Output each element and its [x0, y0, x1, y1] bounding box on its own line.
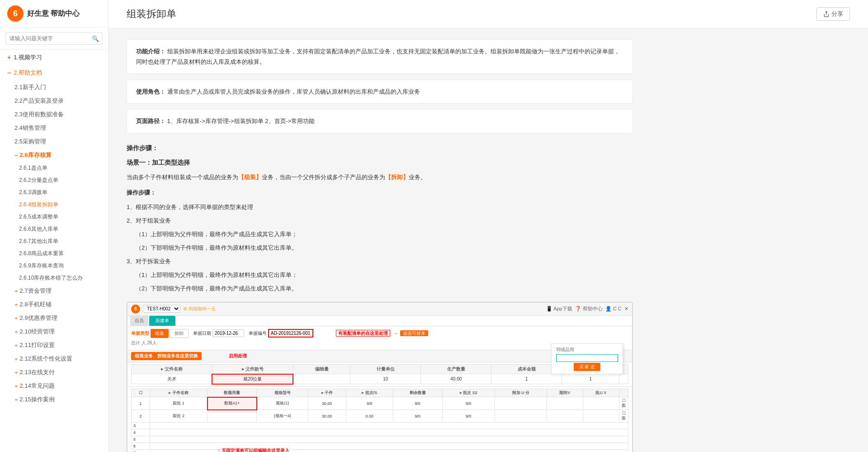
sim-uth-5: 生产数量	[421, 364, 491, 374]
logo-area: 6 好生意 帮助中心	[0, 0, 108, 28]
sim-btn-disassembly[interactable]: 拆卸	[170, 329, 189, 338]
search-box: 🔍	[0, 28, 108, 50]
sim-app-download: 📱 App下载	[546, 305, 572, 312]
sim-annotation1-text: 有装配清单的在这里处理	[336, 330, 390, 337]
sim-right-panel-input[interactable]	[556, 354, 618, 362]
sidebar-item-other-out[interactable]: 2.6.7其他出库单	[0, 235, 108, 247]
sim-ltr-1-2: 数额A1+	[208, 397, 257, 410]
sim-ltr-2-4: 30.00	[308, 410, 346, 423]
step2-2: （2）下部明细为子件明细，最终作为原材料生成其它出库单。	[127, 242, 633, 254]
sidebar-item-newbie[interactable]: 2.1新手入门	[0, 81, 108, 94]
sim-lth-7: ▸ 批次 S2	[442, 389, 495, 397]
sidebar-item-data-prep[interactable]: 2.3使用前数据准备	[0, 108, 108, 121]
path-text: 1、库存核算->库存管理->组装拆卸单 2、首页->常用功能	[167, 118, 315, 124]
sim-lth-8: 附加 U 分	[495, 389, 547, 397]
plus-icon-coupon: +	[14, 315, 18, 322]
sim-date-field: 单据日期	[193, 329, 244, 337]
nav-sub-docs: 2.1新手入门 2.2产品安装及登录 2.3使用前数据准备 2.4销售管理 2.…	[0, 81, 108, 406]
sim-close-btn[interactable]: ✕	[624, 306, 628, 312]
sidebar-item-cases[interactable]: + 2.15操作案例	[0, 393, 108, 406]
sim-tab-home[interactable]: 自员	[130, 316, 148, 326]
sidebar-item-cost-adjust[interactable]: 2.6.5成本调整单	[0, 211, 108, 223]
assembly-label: 【组装】	[238, 174, 262, 181]
sim-topbar-left: 6 TEST-H002 ⚙ 同期期间一元	[131, 305, 216, 314]
scene1-title: 场景一：加工类型选择	[127, 156, 633, 169]
sim-ltr-2-9	[547, 410, 583, 423]
feature-intro-block: 功能介绍： 组装拆卸单用来处理企业组装或拆卸等加工业务，支持有固定装配清单的产品…	[127, 39, 633, 74]
logo-icon: 6	[7, 5, 24, 22]
sim-app: 6 TEST-H002 ⚙ 同期期间一元 📱 App下载 ❓ 帮助中心 👤 C …	[127, 302, 632, 452]
sidebar-item-print[interactable]: + 2.11打印设置	[0, 338, 108, 352]
sidebar-item-video[interactable]: + 1.视频学习	[0, 50, 108, 65]
share-icon	[823, 11, 830, 17]
step1: 1、根据不同的业务，选择不同单据的类型来处理	[127, 201, 633, 213]
sidebar-item-payment[interactable]: + 2.13在线支付	[0, 366, 108, 379]
sim-uth-2: ▸ 父件款号	[212, 364, 293, 374]
sim-ltr-1-9	[547, 397, 583, 410]
sim-ltr-1-8	[495, 397, 547, 410]
search-icon[interactable]: 🔍	[92, 35, 99, 42]
sidebar-item-other-in[interactable]: 2.6.6其他入库单	[0, 223, 108, 235]
sim-ltr-1-4: 30.00	[308, 397, 346, 410]
sim-ltr-1-act: ☐ 面	[619, 397, 628, 410]
sidebar-item-coupon[interactable]: + 2.9优惠券管理	[0, 311, 108, 325]
sim-ltr-2-10	[583, 410, 619, 423]
sim-number-field: 单据编号	[249, 329, 313, 338]
sim-company-select[interactable]: TEST-H002	[143, 305, 180, 313]
sim-utr-1-5: 40.00	[421, 374, 491, 384]
sim-date-input[interactable]	[212, 329, 244, 337]
role-label: 使用角色：	[136, 88, 165, 95]
sim-confirm-btn[interactable]: 买 家 定	[574, 363, 601, 371]
sidebar-item-cost-recalc[interactable]: 2.6.8商品成本重算	[0, 247, 108, 260]
sim-utr-1-1: 关术	[132, 374, 212, 384]
sim-annotation1-arrow: →	[393, 331, 398, 336]
sim-lth-9: 期间V	[547, 389, 583, 397]
sidebar-item-install[interactable]: 2.2产品安装及登录	[0, 94, 108, 108]
sim-ltr-4-check: 4	[132, 429, 150, 436]
sidebar-item-stock-count[interactable]: 2.6.1盘点单	[0, 162, 108, 174]
sidebar-item-docs[interactable]: − 2.帮助文档	[0, 65, 108, 81]
path-block: 页面路径： 1、库存核算->库存管理->组装拆卸单 2、首页->常用功能	[127, 109, 633, 133]
step3-2: （2）下部明细为子件明细，最终作为产成品生成其它入库单。	[127, 283, 633, 295]
sim-tab-new[interactable]: 新建单	[149, 316, 175, 326]
sidebar-item-system[interactable]: + 2.12系统个性化设置	[0, 352, 108, 366]
sim-section-label: 组装业务、拆卸业务在这里切换	[131, 352, 202, 360]
sidebar-item-adjust[interactable]: 2.6.3调拨单	[0, 186, 108, 199]
sim-lower-table-area: ☐ ▸ 子件名称 数额用量 规格型号 ▸ 子件 ▸ 批次/S 剩余数量 ▸ 批次…	[127, 387, 632, 452]
sim-right-panel-label: 羽绒品用	[556, 347, 618, 353]
sidebar: 6 好生意 帮助中心 🔍 + 1.视频学习 − 2.帮助文档 2.1新手入门 2…	[0, 0, 108, 452]
sim-lth-action	[619, 389, 628, 397]
operations-block: 操作步骤： 场景一：加工类型选择 当由多个子件材料组装成一个成品的业务为【组装】…	[127, 142, 633, 295]
sim-tabs-row: 自员 新建单	[127, 316, 632, 326]
sim-ltr-2-1: 親批 2	[150, 410, 208, 423]
sim-type-field: 单据类型 组装 拆卸	[131, 329, 189, 338]
sidebar-item-sales[interactable]: 2.4销售管理	[0, 121, 108, 135]
sim-form-row1: 单据类型 组装 拆卸 单据日期 单据编号	[131, 329, 628, 338]
sim-ltr-3-check: 3	[132, 423, 150, 429]
plus-icon-cases: +	[14, 396, 18, 403]
sim-uth-3: 编辑量	[293, 364, 350, 374]
sidebar-item-stock-query[interactable]: 2.6.9库存账本查询	[0, 260, 108, 272]
sim-ltr-2-check: 2	[132, 410, 150, 423]
sidebar-item-purchase[interactable]: 2.5采购管理	[0, 135, 108, 148]
sim-select-material-btn[interactable]: 选选可材来	[400, 330, 428, 336]
sim-user: 👤 C C	[605, 306, 622, 312]
step2: 2、对于组装业务	[127, 215, 633, 227]
sidebar-item-mobile[interactable]: + 2.8手机旺铺	[0, 298, 108, 311]
search-input[interactable]	[5, 32, 103, 45]
scene1-desc: 当由多个子件材料组装成一个成品的业务为【组装】业务，当由一个父件拆分成多个子产品…	[127, 171, 633, 183]
sim-ltr-1-10	[583, 397, 619, 410]
share-button[interactable]: 分享	[816, 7, 850, 21]
sim-topbar: 6 TEST-H002 ⚙ 同期期间一元 📱 App下载 ❓ 帮助中心 👤 C …	[127, 303, 632, 316]
sidebar-item-ops[interactable]: + 2.10经营管理	[0, 325, 108, 338]
sidebar-item-inventory[interactable]: − 2.6库存核算	[0, 148, 108, 162]
sim-btn-assembly[interactable]: 组装	[151, 329, 169, 338]
sidebar-item-finance[interactable]: + 2.7资金管理	[0, 284, 108, 298]
sidebar-item-assembly[interactable]: 2.6.4组装拆卸单	[0, 199, 108, 211]
sidebar-item-faq[interactable]: + 2.14常见问题	[0, 379, 108, 393]
sim-number-input[interactable]	[268, 329, 313, 338]
sidebar-item-stock-error[interactable]: 2.6.10库存账本错了怎么办	[0, 272, 108, 284]
sidebar-item-category-count[interactable]: 2.6.2分量盘点单	[0, 174, 108, 186]
screenshot-container: 6 TEST-H002 ⚙ 同期期间一元 📱 App下载 ❓ 帮助中心 👤 C …	[127, 302, 633, 452]
sim-lth-4: ▸ 子件	[308, 389, 346, 397]
